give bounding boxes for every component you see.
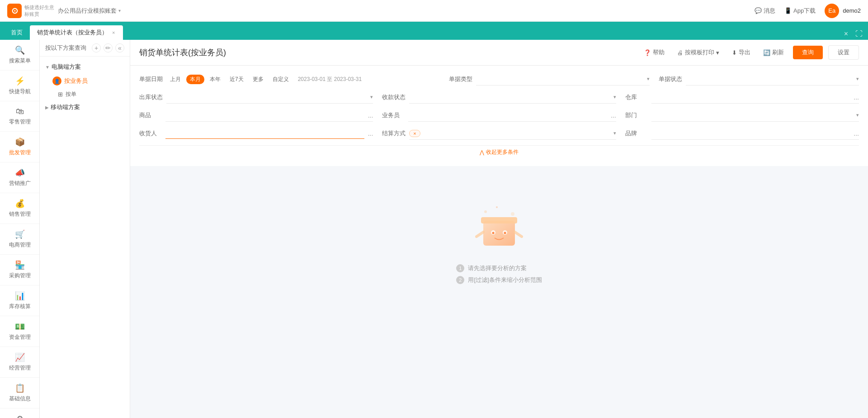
tab-sales-stats[interactable]: 销货单统计表（按业务员） × [30,25,123,40]
sidebar-marketing-label: 营销推广 [9,180,31,187]
sidebar-item-sales[interactable]: 💰 销售管理 [0,193,39,224]
settings-button[interactable]: 设置 [828,45,859,60]
warehouse-dots-icon[interactable]: ... [854,94,859,101]
tab-close-icon[interactable]: × [111,29,116,36]
brand-select[interactable]: ... [651,127,859,140]
svg-point-10 [511,212,514,216]
salesperson-item-icon: 👤 [52,76,61,86]
sidebar-item-inventory[interactable]: 📊 库存核算 [0,285,39,316]
app-download-button[interactable]: 📱 App下载 [784,7,816,15]
export-button[interactable]: ⬇ 导出 [728,47,754,58]
sidebar-operations-label: 经营管理 [9,364,31,372]
sidebar-item-operations[interactable]: 📈 经营管理 [0,347,39,378]
maximize-window-icon[interactable]: ⛶ [854,28,864,40]
department-select[interactable]: ▾ [651,109,859,122]
logo-text: 畅捷透好生意 标账贯 [24,4,54,17]
wholesale-icon: 📦 [15,137,25,147]
brand-dots-icon[interactable]: ... [854,130,859,137]
template-print-button[interactable]: 🖨 按模板打印 ▾ [674,47,723,58]
salesperson-select[interactable]: ... [408,109,616,122]
doc-status-select[interactable]: ▾ [686,73,859,86]
doc-type-select[interactable]: ▾ [476,73,649,86]
product-dots-icon[interactable]: ... [368,112,373,119]
salesperson-dots-icon[interactable]: ... [611,112,616,119]
date-last-month-btn[interactable]: 上月 [166,75,184,84]
date-this-month-btn[interactable]: 本月 [186,75,204,84]
settlement-select[interactable]: × ▾ [409,127,616,140]
sidebar-item-marketing[interactable]: 📣 营销推广 [0,162,39,193]
hint-text-2: 用[过滤]条件来缩小分析范围 [468,276,542,284]
svg-line-7 [515,232,522,237]
date-label: 单据日期 [139,75,163,83]
filter-recipient: 收货人 ... [139,128,373,139]
sales-icon: 💰 [15,199,25,209]
close-window-icon[interactable]: × [842,28,850,40]
filter-row-4: 收货人 ... 结算方式 × ▾ 品牌 [139,127,859,140]
empty-hint-1: 1 请先选择要分析的方案 [456,264,542,272]
scheme-item-by-salesperson-label: 按业务员 [64,77,88,85]
warehouse-label: 仓库 [625,93,648,101]
scheme-edit-button[interactable]: ✏ [104,43,113,52]
tab-bar-end: × ⛶ [842,28,868,40]
user-profile[interactable]: Ea demo2 [825,4,861,18]
message-icon: 💬 [755,7,762,14]
query-button[interactable]: 查询 [793,46,823,59]
date-last-7-days-btn[interactable]: 近7天 [226,75,247,84]
filter-brand: 品牌 ... [625,127,859,140]
tab-home[interactable]: 首页 [4,25,30,40]
sidebar-item-system[interactable]: ⚙ 系统管理 [0,408,39,418]
scheme-group-mobile-label: 移动端方案 [51,103,80,111]
filter-product: 商品 ... [139,109,373,122]
sidebar-item-basics[interactable]: 📋 基础信息 [0,378,39,408]
sales-stats-tab-label: 销货单统计表（按业务员） [37,28,108,37]
settlement-tag-close-icon[interactable]: × [413,131,416,136]
scheme-header: 按以下方案查询 + ✏ « [40,40,130,57]
basics-icon: 📋 [15,383,25,393]
scheme-sub-item-by-order[interactable]: ⊞ 按单 [40,88,130,100]
receipt-status-select[interactable]: ▾ [409,91,616,104]
sidebar-item-retail[interactable]: 🛍 零售管理 [0,101,39,132]
collapse-text: 收起更多条件 [486,148,519,156]
warehouse-select[interactable]: ... [651,91,859,104]
scheme-group-desktop-label: 电脑端方案 [52,63,81,71]
export-icon: ⬇ [732,49,737,56]
sidebar-item-wholesale[interactable]: 📦 批发管理 [0,132,39,162]
refresh-button[interactable]: 🔄 刷新 [760,47,788,58]
logo-icon: ⊙ [7,4,22,18]
product-select[interactable]: ... [165,109,373,122]
date-custom-btn[interactable]: 自定义 [269,75,292,84]
receipt-status-label: 收款状态 [382,93,406,101]
recipient-input[interactable] [165,128,364,139]
scheme-group-mobile-header[interactable]: ▶ 移动端方案 [40,100,130,114]
out-status-select[interactable]: ▾ [166,91,373,104]
collapse-conditions-button[interactable]: ⋀ 收起更多条件 [139,145,859,159]
app-selector[interactable]: 办公用品行业模拟账套 ▾ [58,7,121,15]
sidebar-item-ecommerce[interactable]: 🛒 电商管理 [0,224,39,255]
help-button[interactable]: ❓ 帮助 [640,47,668,58]
scheme-group-desktop-header[interactable]: ▼ 电脑端方案 [40,60,130,74]
filter-receipt-status: 收款状态 ▾ [382,91,616,104]
sidebar-quick-nav-label: 快捷导航 [9,88,31,95]
scheme-collapse-button[interactable]: « [115,43,124,52]
avatar: Ea [825,4,839,18]
filter-warehouse: 仓库 ... [625,91,859,104]
sidebar-item-search[interactable]: 🔍 搜索菜单 [0,40,39,71]
sidebar-item-purchase[interactable]: 🏪 采购管理 [0,255,39,285]
sidebar-item-quick-nav[interactable]: ⚡ 快捷导航 [0,71,39,101]
doc-status-arrow-icon: ▾ [856,76,859,82]
app-selector-chevron-icon: ▾ [118,8,121,13]
recipient-dots-icon[interactable]: ... [368,130,373,137]
date-this-year-btn[interactable]: 本年 [206,75,224,84]
scheme-add-button[interactable]: + [92,43,101,52]
scheme-panel: 按以下方案查询 + ✏ « ▼ 电脑端方案 👤 按业务员 [40,40,130,418]
filter-row-1: 单据日期 上月 本月 本年 近7天 更多 自定义 2023-03-01 至 20… [139,73,859,86]
doc-type-label: 单据类型 [449,75,472,83]
settlement-label: 结算方式 [382,129,406,138]
sidebar-inventory-label: 库存核算 [9,303,31,310]
filter-doc-type: 单据类型 ▾ [449,73,649,86]
message-button[interactable]: 💬 消息 [755,7,775,15]
sidebar-item-finance[interactable]: 💵 资金管理 [0,316,39,347]
date-more-btn[interactable]: 更多 [249,75,267,84]
scheme-item-by-salesperson[interactable]: 👤 按业务员 [40,74,130,88]
sidebar-retail-label: 零售管理 [9,118,31,126]
